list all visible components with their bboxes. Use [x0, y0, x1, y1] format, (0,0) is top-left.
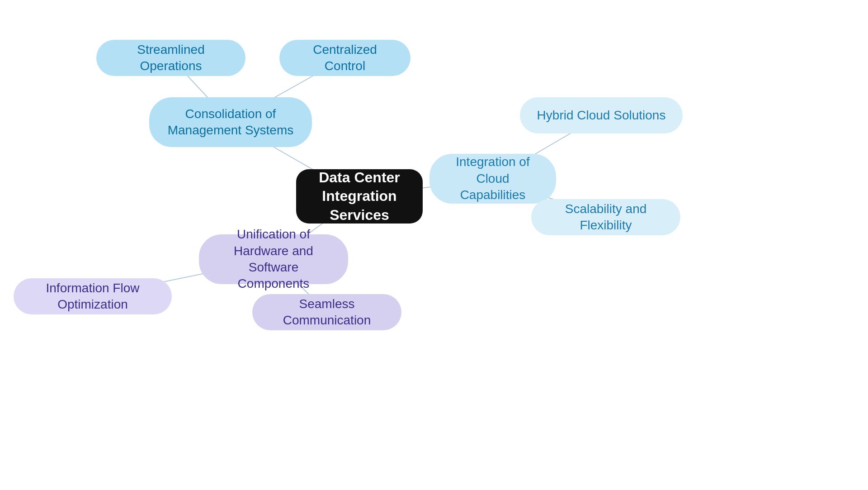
cloud-label: Integration of Cloud Capabilities	[444, 154, 542, 203]
scalability-node: Scalability and Flexibility	[531, 199, 680, 235]
center-node: Data Center Integration Services	[296, 169, 423, 224]
unification-node: Unification of Hardware and Software Com…	[199, 234, 348, 284]
information-node: Information Flow Optimization	[14, 278, 172, 314]
scalability-label: Scalability and Flexibility	[546, 201, 666, 234]
consolidation-label: Consolidation of Management Systems	[164, 106, 297, 139]
seamless-label: Seamless Communication	[267, 296, 387, 329]
streamlined-node: Streamlined Operations	[96, 40, 245, 76]
centralized-label: Centralized Control	[294, 42, 396, 75]
centralized-node: Centralized Control	[279, 40, 410, 76]
hybrid-label: Hybrid Cloud Solutions	[537, 107, 666, 124]
seamless-node: Seamless Communication	[252, 294, 401, 330]
information-label: Information Flow Optimization	[28, 280, 157, 313]
center-label: Data Center Integration Services	[311, 168, 408, 225]
cloud-node: Integration of Cloud Capabilities	[429, 154, 556, 204]
consolidation-node: Consolidation of Management Systems	[149, 97, 312, 147]
hybrid-node: Hybrid Cloud Solutions	[520, 97, 683, 133]
unification-label: Unification of Hardware and Software Com…	[213, 226, 334, 292]
streamlined-label: Streamlined Operations	[111, 42, 231, 75]
